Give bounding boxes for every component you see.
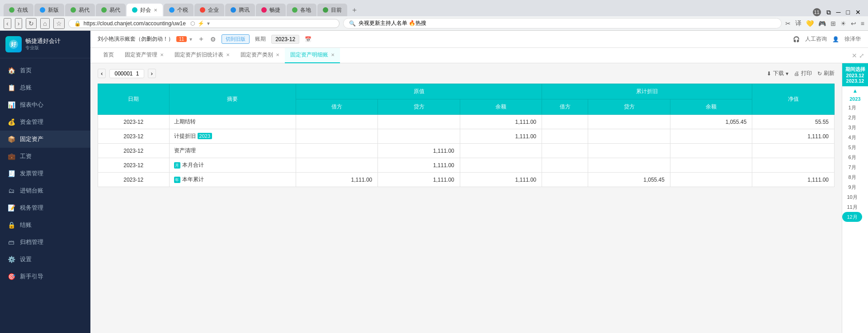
address-dropdown-icon[interactable]: ▾ — [207, 20, 210, 27]
period-month-item[interactable]: 5月 — [842, 142, 862, 152]
site-info-icon[interactable]: ⬡ — [190, 20, 195, 27]
sun-icon[interactable]: ☀ — [840, 20, 846, 27]
reload-button[interactable]: ↻ — [26, 18, 37, 29]
period-month-item[interactable]: 4月 — [842, 132, 862, 142]
tab-close-depreciation-stats[interactable]: ✕ — [226, 52, 230, 57]
grid-icon[interactable]: ⊞ — [830, 20, 836, 27]
sidebar-item-tax[interactable]: 📝 税务管理 — [0, 199, 90, 216]
cell-dep-debit — [542, 144, 588, 158]
sidebar-item-funds[interactable]: 💰 资金管理 — [0, 113, 90, 131]
settings-gear-icon[interactable]: ⚙ — [210, 36, 216, 43]
menu-icon[interactable]: ≡ — [861, 20, 864, 27]
app-container: 好 畅捷通好会计 专业版 🏠 首页 📋 总账 📊 报表中心 💰 资金管理 — [0, 31, 868, 333]
cell-balance — [460, 158, 542, 173]
sidebar-item-closing[interactable]: 🔒 结账 — [0, 216, 90, 234]
username-display[interactable]: 徐泽华 — [844, 35, 861, 43]
tab-zaixin[interactable]: 在线 — [4, 4, 33, 16]
logo-subtitle: 专业版 — [25, 45, 61, 51]
tab-close-asset-detail[interactable]: ✕ — [331, 52, 335, 57]
next-record-button[interactable]: › — [148, 69, 156, 78]
payroll-icon: 💼 — [7, 152, 15, 160]
period-month-item[interactable]: 3月 — [842, 122, 862, 132]
tab-close-asset-category[interactable]: ✕ — [276, 52, 279, 57]
maximize-icon[interactable]: □ — [846, 9, 850, 16]
sidebar-item-home[interactable]: 🏠 首页 — [0, 62, 90, 79]
sidebar-item-payroll[interactable]: 💼 工资 — [0, 148, 90, 165]
period-month-item[interactable]: 6月 — [842, 152, 862, 162]
back-button[interactable]: ‹ — [4, 18, 11, 29]
tab-gedi[interactable]: 各地 — [287, 4, 316, 16]
lightning-icon[interactable]: ⚡ — [198, 20, 204, 27]
forward-button[interactable]: › — [15, 18, 23, 29]
calendar-icon[interactable]: 📅 — [305, 36, 311, 42]
period-month-item[interactable]: 12月 — [842, 212, 862, 222]
sidebar-item-settings[interactable]: ⚙️ 设置 — [0, 251, 90, 268]
sidebar-item-sales-ledger[interactable]: 🗂 进销台账 — [0, 182, 90, 199]
sidebar-label-archive: 归档管理 — [20, 238, 43, 246]
period-month-item[interactable]: 10月 — [842, 192, 862, 202]
help-text[interactable]: 人工咨询 — [805, 35, 827, 43]
download-dropdown-icon[interactable]: ▾ — [786, 70, 788, 77]
period-display[interactable]: 2023-12 — [271, 35, 299, 44]
tab-close-fixed-asset-mgmt[interactable]: ✕ — [160, 52, 164, 57]
teal-badge: 2023 — [198, 133, 212, 139]
prev-record-button[interactable]: ‹ — [98, 69, 106, 78]
tab-close-icon[interactable]: ✕ — [154, 8, 157, 13]
sidebar-item-invoices[interactable]: 🧾 发票管理 — [0, 165, 90, 182]
sidebar-item-guide[interactable]: 🎯 新手引导 — [0, 268, 90, 285]
translate-icon[interactable]: 译 — [795, 19, 802, 28]
dropdown-icon[interactable]: ▾ — [189, 36, 192, 42]
download-button[interactable]: ⬇ 下载 ▾ — [767, 70, 788, 77]
cell-net: 55.55 — [752, 115, 835, 129]
cell-date: 2023-12 — [98, 173, 170, 187]
sidebar-item-reports[interactable]: 📊 报表中心 — [0, 96, 90, 113]
expand-tabs-icon[interactable]: ⤢ — [859, 52, 864, 59]
switch-version-button[interactable]: 切到旧版 — [222, 34, 250, 44]
restore-icon[interactable]: ⧉ — [826, 9, 831, 16]
new-tab-button[interactable]: ＋ — [348, 4, 361, 16]
undo-icon[interactable]: ↩ — [851, 20, 856, 27]
search-bar[interactable]: 🔍 央视更新主持人名单 🔥热搜 — [343, 18, 782, 28]
address-bar[interactable]: 🔒 https://cloud.chanjet.com/accounting/u… — [68, 19, 340, 28]
period-month-item[interactable]: 2月 — [842, 113, 862, 122]
close-all-tabs-icon[interactable]: ✕ — [852, 52, 857, 59]
home-button[interactable]: ⌂ — [40, 18, 49, 29]
tab-muqian[interactable]: 目前 — [317, 4, 347, 16]
page-tabs: 首页 固定资产管理 ✕ 固定资产折旧统计表 ✕ 固定资产类别 ✕ 固定资产明细账… — [90, 48, 868, 63]
tab-xinban[interactable]: 新版 — [34, 4, 64, 16]
cell-debit — [296, 144, 377, 158]
tab-tengxun[interactable]: 腾讯 — [225, 4, 255, 16]
refresh-button[interactable]: ↻ 刷新 — [817, 70, 835, 77]
tab-home[interactable]: 首页 — [98, 48, 119, 63]
period-month-item[interactable]: 8月 — [842, 172, 862, 182]
bookmark-button[interactable]: ☆ — [53, 18, 65, 29]
tab-asset-category[interactable]: 固定资产类别 ✕ — [235, 48, 285, 63]
cell-dep-debit — [542, 158, 588, 173]
period-month-item[interactable]: 11月 — [842, 202, 862, 212]
add-button[interactable]: ＋ — [198, 34, 205, 44]
tab-yidai1[interactable]: 易代 — [65, 4, 95, 16]
sidebar-item-fixed-assets[interactable]: 📦 固定资产 — [0, 131, 90, 148]
tab-yidai2[interactable]: 易代 — [96, 4, 126, 16]
period-scroll-up[interactable]: ▲ — [842, 86, 868, 95]
close-browser-icon[interactable]: ✕ — [855, 9, 861, 16]
tab-haohui[interactable]: 好会 ✕ — [127, 4, 163, 16]
game-icon[interactable]: 🎮 — [818, 20, 826, 27]
period-month-item[interactable]: 9月 — [842, 182, 862, 192]
wallet-icon[interactable]: 💛 — [806, 20, 814, 27]
print-button[interactable]: 🖨 打印 — [794, 70, 812, 77]
tab-fixed-asset-mgmt[interactable]: 固定资产管理 ✕ — [119, 48, 169, 63]
tab-asset-detail[interactable]: 固定资产明细账 ✕ — [285, 48, 340, 63]
tab-depreciation-stats[interactable]: 固定资产折旧统计表 ✕ — [169, 48, 235, 63]
sidebar-label-closing: 结账 — [20, 221, 32, 229]
sidebar-item-archive[interactable]: 🗃 归档管理 — [0, 234, 90, 251]
period-month-item[interactable]: 1月 — [842, 103, 862, 113]
table-row: 2023-12 资产清理 1,111.00 — [98, 144, 835, 158]
sidebar-item-general-ledger[interactable]: 📋 总账 — [0, 79, 90, 96]
period-month-item[interactable]: 7月 — [842, 162, 862, 172]
tab-qiye[interactable]: 企业 — [194, 4, 224, 16]
tab-changjie[interactable]: 畅捷 — [256, 4, 286, 16]
tab-geshui[interactable]: 个税 — [164, 4, 193, 16]
scissors-icon[interactable]: ✂ — [785, 20, 791, 27]
minimize-icon[interactable]: ─ — [836, 9, 841, 16]
